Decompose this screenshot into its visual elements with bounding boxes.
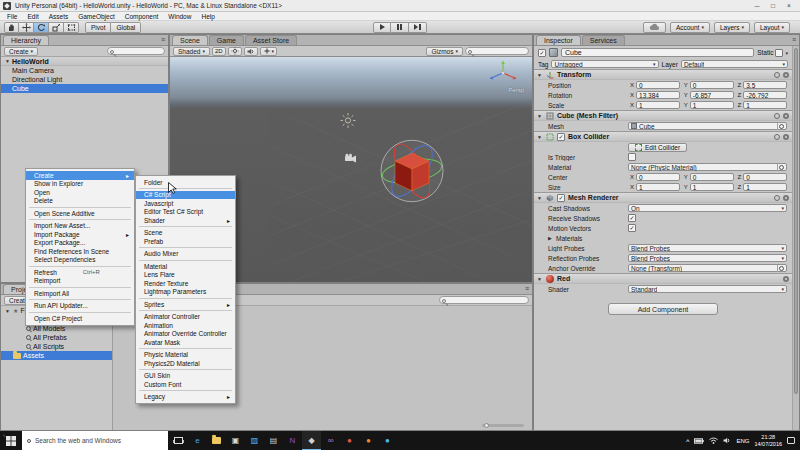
scene-lighting-toggle[interactable] (228, 47, 242, 56)
panel-menu-icon[interactable]: ≡ (161, 36, 165, 43)
z-field[interactable]: 3.5 (743, 81, 787, 89)
taskbar-app-icon[interactable]: e (188, 431, 207, 450)
context-menu-item[interactable]: Avatar Mask ▸ (136, 338, 235, 347)
context-menu-item[interactable]: Shader ▸ (136, 216, 235, 225)
inspector-tab[interactable]: Services (582, 35, 625, 45)
context-menu-item[interactable]: C# Script ▸ (136, 191, 235, 200)
taskbar-app-icon[interactable]: ◆ (302, 431, 321, 450)
hierarchy-item[interactable]: ▼ Directional Light (1, 75, 168, 84)
rect-tool-button[interactable] (64, 22, 79, 33)
menu-bar-item[interactable]: GameObject (73, 13, 120, 20)
context-menu-item[interactable]: Animation ▸ (136, 321, 235, 330)
global-toggle-button[interactable]: Global (111, 22, 141, 33)
context-menu-item[interactable]: Javascript ▸ (136, 199, 235, 208)
object-name-field[interactable]: Cube (561, 48, 754, 57)
mesh-filter-component-header[interactable]: ▼ Cube (Mesh Filter) (534, 110, 792, 121)
context-menu-item[interactable]: Import Package ▸ (26, 230, 134, 239)
z-field[interactable]: 1 (743, 183, 787, 191)
persp-label[interactable]: Persp (508, 87, 524, 93)
context-menu-item[interactable]: Prefab ▸ (136, 237, 235, 246)
help-icon[interactable] (774, 113, 780, 119)
context-menu-item[interactable]: ▸ (139, 298, 232, 299)
context-menu-item[interactable]: ▸ (139, 247, 232, 248)
panel-menu-icon[interactable]: ≡ (792, 36, 796, 43)
context-menu-item[interactable]: Delete ▸ (26, 197, 134, 206)
hierarchy-create-dropdown[interactable]: Create▾ (4, 47, 38, 56)
x-field[interactable]: 0 (636, 173, 680, 181)
context-menu-item[interactable]: ▸ (139, 226, 232, 227)
gear-icon[interactable] (783, 195, 789, 201)
hierarchy-item[interactable]: ▼ HelloWorld (1, 57, 168, 66)
scene-audio-toggle[interactable] (244, 47, 258, 56)
object-picker-icon[interactable] (777, 164, 784, 171)
light-probes-dropdown[interactable]: Blend Probes▾ (628, 244, 787, 252)
view-tab[interactable]: Scene (172, 35, 208, 45)
menu-bar-item[interactable]: Help (196, 13, 219, 20)
motion-vectors-checkbox[interactable]: ✓ (628, 224, 636, 232)
account-dropdown[interactable]: Account▾ (670, 22, 710, 33)
scene-search-input[interactable] (465, 47, 529, 55)
foldout-icon[interactable]: ▼ (537, 134, 543, 140)
tag-dropdown[interactable]: Untagged▾ (551, 60, 658, 68)
move-tool-button[interactable] (19, 22, 34, 33)
foldout-icon[interactable]: ▶ (548, 235, 554, 241)
foldout-icon[interactable]: ▼ (537, 113, 543, 119)
inspector-tab[interactable]: Inspector (536, 35, 581, 45)
slider-thumb[interactable] (484, 423, 489, 428)
y-field[interactable]: 1 (690, 183, 734, 191)
edit-collider-button[interactable]: Edit Collider (628, 143, 687, 152)
layout-dropdown[interactable]: Layout▾ (754, 22, 790, 33)
taskbar-app-icon[interactable]: ▤ (264, 431, 283, 450)
minimize-button[interactable]: ─ (749, 0, 765, 12)
mesh-field[interactable]: Cube (628, 122, 787, 130)
active-checkbox[interactable]: ✓ (538, 49, 546, 57)
context-menu-item[interactable]: ▸ (29, 207, 131, 208)
taskbar-app-icon[interactable]: ▨ (245, 431, 264, 450)
y-field[interactable]: -6.857 (690, 91, 734, 99)
context-menu-item[interactable]: Folder ▸ (136, 178, 235, 187)
context-menu-item[interactable]: ▸ (29, 219, 131, 220)
context-menu-item[interactable]: Export Package... ▸ (26, 239, 134, 248)
help-icon[interactable] (774, 195, 780, 201)
project-tree-item[interactable]: ▼ All Scripts (1, 342, 112, 351)
foldout-icon[interactable]: ▼ (537, 72, 543, 78)
transform-component-header[interactable]: ▼ Transform (534, 69, 792, 80)
context-menu-item[interactable]: Open C# Project ▸ (26, 314, 134, 323)
foldout-icon[interactable]: ▼ (5, 58, 12, 64)
box-collider-component-header[interactable]: ▼ ✓ Box Collider (534, 131, 792, 142)
context-menu-item[interactable]: Import New Asset... ▸ (26, 222, 134, 231)
context-menu-item[interactable]: Physics2D Material ▸ (136, 359, 235, 368)
hand-tool-button[interactable] (4, 22, 19, 33)
language-indicator[interactable]: ENG (736, 438, 749, 444)
notification-center-icon[interactable] (787, 437, 795, 444)
receive-shadows-checkbox[interactable]: ✓ (628, 214, 636, 222)
z-field[interactable]: -26.792 (743, 91, 787, 99)
taskbar-app-icon[interactable]: ▣ (226, 431, 245, 450)
context-menu-item[interactable]: ▸ (139, 369, 232, 370)
context-menu-item[interactable]: Lens Flare ▸ (136, 271, 235, 280)
shader-dropdown[interactable]: Standard▾ (628, 285, 787, 293)
pivot-toggle-button[interactable]: Pivot (85, 22, 111, 33)
taskbar-app-icon[interactable]: N (283, 431, 302, 450)
context-menu-item[interactable]: Audio Mixer ▸ (136, 250, 235, 259)
battery-icon[interactable] (694, 438, 704, 444)
context-menu-item[interactable]: ▸ (139, 188, 232, 189)
gear-icon[interactable] (783, 276, 789, 282)
context-menu-item[interactable]: Render Texture ▸ (136, 279, 235, 288)
taskbar-app-icon[interactable]: ∞ (321, 431, 340, 450)
help-icon[interactable] (774, 134, 780, 140)
object-picker-icon[interactable] (777, 265, 784, 272)
project-tree-item[interactable]: ▼ All Prefabs (1, 333, 112, 342)
context-menu-item[interactable]: Create ▸ (26, 171, 134, 180)
z-field[interactable]: 1 (743, 101, 787, 109)
help-icon[interactable] (774, 72, 780, 78)
context-menu-item[interactable]: Animator Override Controller ▸ (136, 330, 235, 339)
cloud-services-button[interactable] (643, 22, 666, 33)
clock[interactable]: 21:28 14/07/2016 (754, 434, 782, 447)
material-header[interactable]: ▼ Red (534, 273, 792, 284)
anchor-override-field[interactable]: None (Transform) (628, 264, 787, 272)
context-menu-item[interactable]: Find References In Scene ▸ (26, 247, 134, 256)
panel-menu-icon[interactable]: ≡ (525, 285, 529, 292)
context-menu-item[interactable]: ▸ (29, 299, 131, 300)
scale-tool-button[interactable] (49, 22, 64, 33)
